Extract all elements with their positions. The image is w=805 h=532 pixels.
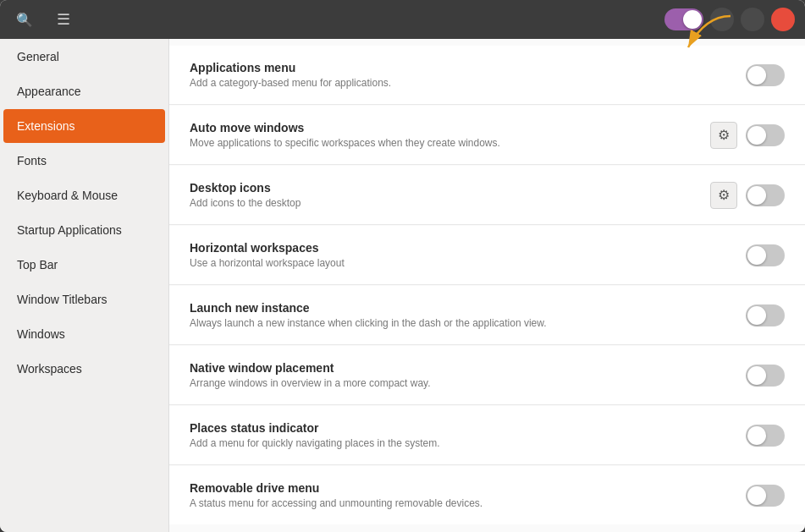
extension-desc-places-status-indicator: Add a menu for quickly navigating places… xyxy=(190,437,746,449)
extension-name-removable-drive-menu: Removable drive menu xyxy=(190,481,746,495)
extension-name-horizontal-workspaces: Horizontal workspaces xyxy=(190,241,746,255)
sidebar-item-startup-applications[interactable]: Startup Applications xyxy=(3,213,165,247)
extension-info-native-window-placement: Native window placementArrange windows i… xyxy=(190,361,746,389)
extension-name-places-status-indicator: Places status indicator xyxy=(190,421,746,435)
extension-actions-native-window-placement xyxy=(746,365,785,387)
sidebar-item-top-bar[interactable]: Top Bar xyxy=(3,248,165,282)
minimize-button[interactable] xyxy=(710,8,734,31)
extension-info-launch-new-instance: Launch new instanceAlways launch a new i… xyxy=(190,301,746,329)
extension-desc-removable-drive-menu: A status menu for accessing and unmounti… xyxy=(190,497,746,509)
extension-info-desktop-icons: Desktop iconsAdd icons to the desktop xyxy=(190,181,710,209)
extension-name-launch-new-instance: Launch new instance xyxy=(190,301,746,315)
extension-name-applications-menu: Applications menu xyxy=(190,61,746,74)
extension-row-horizontal-workspaces: Horizontal workspacesUse a horizontal wo… xyxy=(169,226,805,285)
extension-row-auto-move-windows: Auto move windowsMove applications to sp… xyxy=(169,106,805,165)
extension-actions-launch-new-instance xyxy=(746,304,785,326)
titlebar: 🔍 ☰ xyxy=(0,0,805,39)
window-controls xyxy=(664,8,795,31)
toggle-native-window-placement[interactable] xyxy=(746,365,785,387)
toggle-removable-drive-menu[interactable] xyxy=(746,485,785,507)
extension-row-applications-menu: Applications menuAdd a category-based me… xyxy=(169,46,805,105)
extension-name-desktop-icons: Desktop icons xyxy=(190,181,710,195)
toggle-horizontal-workspaces[interactable] xyxy=(746,244,785,266)
gear-button-desktop-icons[interactable]: ⚙ xyxy=(710,182,737,209)
sidebar: GeneralAppearanceExtensionsFontsKeyboard… xyxy=(0,39,169,532)
extension-row-native-window-placement: Native window placementArrange windows i… xyxy=(169,346,805,405)
extension-info-places-status-indicator: Places status indicatorAdd a menu for qu… xyxy=(190,421,746,449)
toggle-launch-new-instance[interactable] xyxy=(746,304,785,326)
extension-desc-launch-new-instance: Always launch a new instance when clicki… xyxy=(190,317,746,329)
toggle-applications-menu[interactable] xyxy=(746,64,785,86)
toggle-desktop-icons[interactable] xyxy=(746,184,785,206)
toggle-auto-move-windows[interactable] xyxy=(746,124,785,146)
sidebar-item-general[interactable]: General xyxy=(3,40,165,74)
sidebar-item-extensions[interactable]: Extensions xyxy=(3,109,165,143)
extensions-master-toggle[interactable] xyxy=(664,8,703,30)
close-button[interactable] xyxy=(771,8,795,31)
maximize-button[interactable] xyxy=(741,8,764,31)
extension-desc-applications-menu: Add a category-based menu for applicatio… xyxy=(190,77,746,89)
extension-name-native-window-placement: Native window placement xyxy=(190,361,746,375)
extension-desc-desktop-icons: Add icons to the desktop xyxy=(190,197,710,209)
extension-row-launch-new-instance: Launch new instanceAlways launch a new i… xyxy=(169,286,805,345)
extension-name-auto-move-windows: Auto move windows xyxy=(190,121,710,134)
main-window: 🔍 ☰ GeneralAppearanceExtension xyxy=(0,0,805,532)
sidebar-item-keyboard-mouse[interactable]: Keyboard & Mouse xyxy=(3,178,165,212)
sidebar-item-appearance[interactable]: Appearance xyxy=(3,74,165,108)
menu-icon[interactable]: ☰ xyxy=(49,5,78,34)
extension-actions-applications-menu xyxy=(746,64,785,86)
extension-row-removable-drive-menu: Removable drive menuA status menu for ac… xyxy=(169,466,805,524)
sidebar-item-workspaces[interactable]: Workspaces xyxy=(3,352,165,386)
sidebar-item-windows[interactable]: Windows xyxy=(3,317,165,351)
sidebar-item-fonts[interactable]: Fonts xyxy=(3,144,165,178)
content-area: GeneralAppearanceExtensionsFontsKeyboard… xyxy=(0,39,805,532)
extension-info-removable-drive-menu: Removable drive menuA status menu for ac… xyxy=(190,481,746,509)
extension-actions-desktop-icons: ⚙ xyxy=(710,182,785,209)
extension-actions-places-status-indicator xyxy=(746,425,785,447)
extension-row-desktop-icons: Desktop iconsAdd icons to the desktop⚙ xyxy=(169,166,805,225)
extension-info-auto-move-windows: Auto move windowsMove applications to sp… xyxy=(190,121,710,149)
extension-actions-horizontal-workspaces xyxy=(746,244,785,266)
search-icon[interactable]: 🔍 xyxy=(10,5,39,34)
extensions-list: Applications menuAdd a category-based me… xyxy=(169,39,805,532)
extension-info-applications-menu: Applications menuAdd a category-based me… xyxy=(190,61,746,89)
extension-desc-native-window-placement: Arrange windows in overview in a more co… xyxy=(190,377,746,389)
extension-actions-removable-drive-menu xyxy=(746,485,785,507)
extension-desc-auto-move-windows: Move applications to specific workspaces… xyxy=(190,137,710,149)
gear-button-auto-move-windows[interactable]: ⚙ xyxy=(710,122,737,149)
extension-desc-horizontal-workspaces: Use a horizontal workspace layout xyxy=(190,257,746,269)
extension-info-horizontal-workspaces: Horizontal workspacesUse a horizontal wo… xyxy=(190,241,746,269)
extension-row-places-status-indicator: Places status indicatorAdd a menu for qu… xyxy=(169,406,805,465)
sidebar-item-window-titlebars[interactable]: Window Titlebars xyxy=(3,282,165,316)
toggle-places-status-indicator[interactable] xyxy=(746,425,785,447)
extension-actions-auto-move-windows: ⚙ xyxy=(710,122,785,149)
